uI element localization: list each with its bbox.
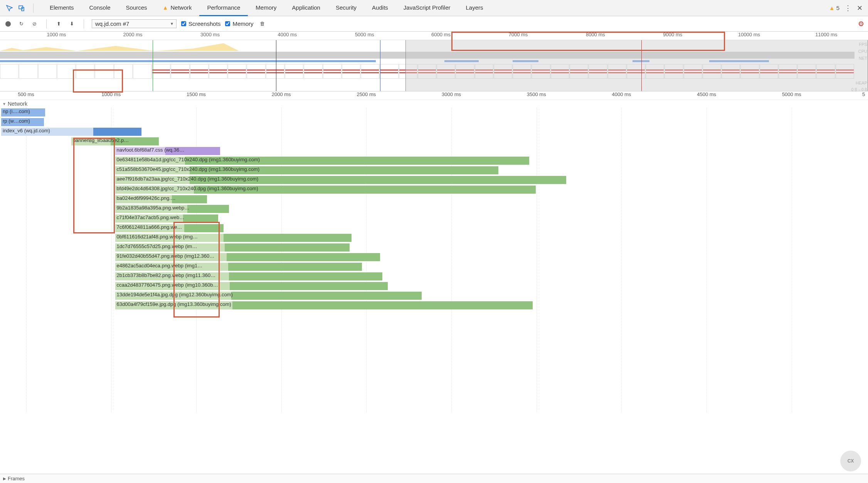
triangle-down-icon: ▼ [2,102,6,106]
waterfall-wait-bar [115,195,172,203]
tab-console[interactable]: Console [82,0,118,16]
waterfall-row[interactable]: bfd49e2dc4d64308.jpg!cc_710x240.dpg (img… [115,185,536,194]
devtools-tab-bar: Elements Console Sources ▲Network Perfor… [0,0,868,16]
waterfall-row[interactable]: 0bf611616d21af48.png.webp (img… [115,233,352,242]
annotation-box [451,32,725,51]
waterfall-row[interactable]: 0e634811e58b4a1d.jpg!cc_710x240.dpg (img… [115,156,529,165]
upload-icon: ⬆ [57,21,61,27]
tab-layers[interactable]: Layers [458,0,491,16]
waterfall-load-bar [228,263,362,271]
waterfall-wait-bar [115,205,188,213]
waterfall-load-bar [225,243,350,252]
waterfall-row[interactable]: ba024ed6f999426c.png.… [115,194,207,204]
tab-elements[interactable]: Elements [42,0,82,16]
waterfall-wait-bar [115,147,166,155]
waterfall-row[interactable]: 1dc7d76555c57d25.png.webp (im… [115,243,350,252]
warning-icon: ▲ [829,5,835,11]
reload-button[interactable]: ↻ [17,20,25,28]
waterfall-load-bar [93,128,141,136]
device-toggle-icon[interactable] [18,4,25,12]
waterfall-row[interactable]: rp (w…com) [1,117,44,127]
waterfall-load-bar [190,166,498,174]
page-dropdown[interactable]: wq.jd.com #7 [92,19,177,28]
main-ruler: 500 ms 1000 ms 1500 ms 2000 ms 2500 ms 3… [0,91,868,100]
tab-application[interactable]: Application [284,0,328,16]
waterfall-load-bar [185,157,529,165]
waterfall-row[interactable]: 91fe032d40b55d47.png.webp (img12.360… [115,252,380,262]
waterfall-wait-bar [115,176,190,184]
annotation-box [73,138,115,233]
waterfall-row[interactable]: ccaa2d4837760475.png.webp (img10.360b… [115,281,388,290]
frames-section-header[interactable]: ▶Frames [0,474,868,483]
waterfall-load-bar [187,205,229,213]
waterfall-load-bar [190,176,567,184]
waterfall-row[interactable]: 9b2a1835a98a395a.png.webp… [115,204,229,213]
waterfall-load-bar [1,108,45,117]
record-icon [5,21,11,27]
waterfall-wait-bar [115,166,190,174]
waterfall-wait-bar [115,214,183,223]
waterfall-load-bar [229,272,382,280]
collect-garbage-button[interactable]: 🗑 [258,20,267,28]
tab-audits[interactable]: Audits [364,0,396,16]
waterfall-load-bar [231,292,422,300]
waterfall-load-bar [227,253,380,261]
close-icon[interactable]: ✕ [856,5,863,11]
warning-icon: ▲ [163,4,168,11]
reload-icon: ↻ [19,21,24,27]
annotation-box [173,222,220,317]
screenshots-checkbox[interactable]: Screenshots [181,20,220,27]
load-profile-button[interactable]: ⬆ [54,20,63,28]
waterfall-load-bar [224,234,352,242]
marker-line [380,40,380,91]
settings-gear-icon[interactable]: ⚙ [858,20,864,28]
network-section-header[interactable]: ▼Network [0,100,868,108]
waterfall-wait-bar [115,157,185,165]
save-profile-button[interactable]: ⬇ [67,20,76,28]
kebab-menu-icon[interactable]: ⋮ [845,5,851,11]
waterfall-row[interactable]: np (i….com) [1,108,45,117]
triangle-right-icon: ▶ [3,476,6,481]
clear-icon: ⊘ [32,21,37,27]
overview-timeline[interactable]: 1000 ms 2000 ms 3000 ms 4000 ms 5000 ms … [0,32,868,91]
network-waterfall[interactable]: np (i….com)rp (w…com)index_v6 (wq.jd.com… [0,108,868,412]
clear-button[interactable]: ⊘ [30,20,39,28]
waterfall-load-bar [194,186,536,194]
waterfall-row[interactable]: navfoot.6bf68af7.css (wq.36… [115,146,220,155]
performance-toolbar: ↻ ⊘ ⬆ ⬇ wq.jd.com #7 Screenshots Memory … [0,16,868,32]
tab-memory[interactable]: Memory [248,0,284,16]
waterfall-row[interactable]: c51a558b53670e45.jpg!cc_710x240.dpg (img… [115,166,499,175]
waterfall-load-bar [111,137,159,145]
marker-line [153,40,153,91]
waterfall-wait-bar [1,128,93,136]
waterfall-row[interactable]: aee7f916db7a23aa.jpg!cc_710x240.dpg (img… [115,175,567,184]
waterfall-row[interactable]: index_v6 (wq.jd.com) [1,127,141,136]
tab-js-profiler[interactable]: JavaScript Profiler [396,0,458,16]
waterfall-load-bar [230,282,387,290]
waterfall-load-bar [232,301,533,309]
tab-strip: Elements Console Sources ▲Network Perfor… [42,0,491,16]
watermark: CX [840,451,861,471]
inspect-icon[interactable] [5,4,13,12]
record-button[interactable] [4,20,12,28]
network-panel: ▼Network np (i….com)rp (w…com)index_v6 (… [0,100,868,412]
tab-performance[interactable]: Performance [199,0,248,16]
waterfall-load-bar [183,214,218,223]
memory-checkbox[interactable]: Memory [225,20,253,27]
tab-network[interactable]: ▲Network [155,0,200,16]
waterfall-row[interactable]: e4862ac5acd04eca.png.webp (img1… [115,262,362,271]
waterfall-load-bar [165,147,220,155]
waterfall-load-bar [172,195,207,203]
trash-icon: 🗑 [260,21,265,27]
waterfall-row[interactable]: 13dde194de5e1f4a.jpg.dpg (img12.360buyim… [115,291,422,300]
annotation-box [73,69,123,93]
tab-sources[interactable]: Sources [118,0,155,16]
warning-badge[interactable]: ▲5 [829,5,839,11]
download-icon: ⬇ [70,21,74,27]
marker-line [276,40,276,91]
waterfall-wait-bar [115,186,194,194]
waterfall-load-bar [1,118,44,126]
tab-security[interactable]: Security [328,0,364,16]
overview-ruler: 1000 ms 2000 ms 3000 ms 4000 ms 5000 ms … [0,32,868,40]
waterfall-row[interactable]: 2b1cb373b8b7be82.png.webp (img11.360… [115,272,382,281]
